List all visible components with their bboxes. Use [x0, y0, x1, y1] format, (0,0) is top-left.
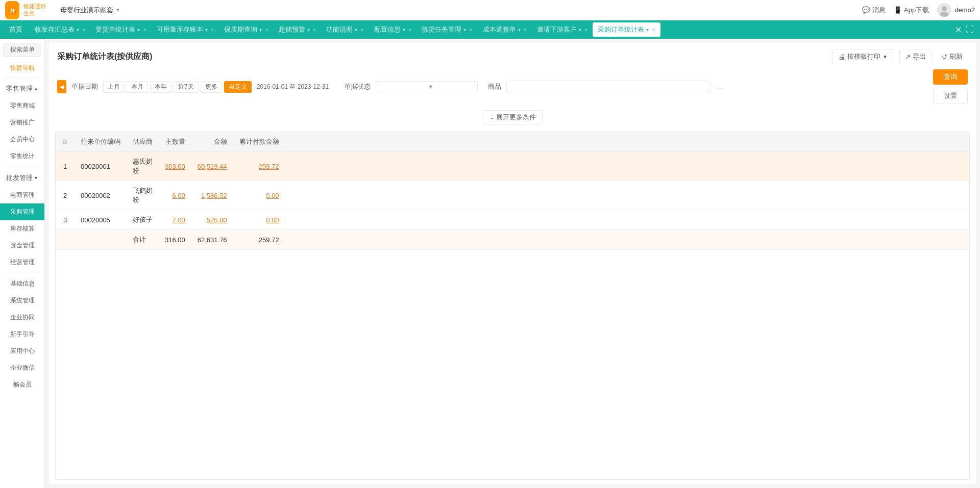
search-menu-btn[interactable]: 搜索菜单: [3, 43, 41, 57]
col-qty: 主数量: [159, 132, 191, 152]
sidebar-item-newbie[interactable]: 新手引导: [0, 326, 44, 343]
collapse-btn[interactable]: ◀: [57, 80, 66, 93]
row-code: 00020002: [75, 181, 127, 210]
sidebar-item-enterprise[interactable]: 企业协同: [0, 309, 44, 326]
page-inner: 采购订单统计表(按供应商) 🖨 按模板打印 ▼ ↗ 导出 ↺: [49, 43, 976, 484]
sidebar-item-app-center[interactable]: 应用中心: [0, 343, 44, 359]
nav-home[interactable]: 首页: [2, 25, 30, 34]
expand-row: ⌄ 展开更多条件: [57, 108, 968, 127]
date-btn-more[interactable]: 更多: [201, 81, 222, 93]
row-amount: 60,519.44: [191, 152, 233, 181]
action-btns: 查询 设置: [933, 69, 968, 104]
query-btn[interactable]: 查询: [933, 69, 968, 85]
tab-kuyong[interactable]: 可用量库存账本 ▾ ×: [152, 22, 219, 37]
date-btn-7days[interactable]: 近7天: [174, 81, 199, 93]
store-selector[interactable]: 母婴行业演示账套 ▼: [50, 6, 862, 15]
tab-chengben[interactable]: 成本调整单 ▾ ×: [478, 22, 532, 37]
tab-yaoqing[interactable]: 邀请下游客户 ▾ ×: [532, 22, 593, 37]
close-icon[interactable]: ×: [524, 27, 527, 33]
print-btn[interactable]: 🖨 按模板打印 ▼: [832, 49, 894, 64]
page-header: 采购订单统计表(按供应商) 🖨 按模板打印 ▼ ↗ 导出 ↺: [49, 43, 976, 127]
date-btn-this-month[interactable]: 本月: [127, 81, 148, 93]
tab-gongneng[interactable]: 功能说明 ▾ ×: [321, 22, 369, 37]
settings-btn[interactable]: 设置: [933, 88, 968, 104]
sidebar-item-retail-mgmt[interactable]: 零售管理 ▲: [0, 80, 44, 97]
maximize-icon[interactable]: ⛶: [966, 25, 974, 34]
sidebar-item-purchase[interactable]: 采购管理: [0, 203, 44, 220]
row-paid: 0.00: [233, 181, 285, 210]
col-paid: 累计付款金额: [233, 132, 285, 152]
sidebar-item-member2[interactable]: 畅会员: [0, 376, 44, 393]
close-icon[interactable]: ×: [265, 27, 268, 33]
goods-filter-label: 商品: [488, 82, 501, 91]
page-title: 采购订单统计表(按供应商): [57, 52, 153, 62]
chevron-icon: ▾: [307, 27, 310, 33]
gear-icon[interactable]: ⚙: [62, 138, 68, 146]
divider: [4, 167, 40, 167]
close-all-icon[interactable]: ✕: [955, 25, 962, 35]
app-download-btn[interactable]: 📱 App下载: [894, 6, 929, 15]
goods-input-container[interactable]: [506, 81, 710, 93]
close-icon[interactable]: ×: [584, 27, 587, 33]
col-extra: [285, 132, 969, 152]
tab-peizhi[interactable]: 配置信息 ▾ ×: [369, 22, 416, 37]
more-filters-icon[interactable]: …: [716, 82, 724, 91]
sidebar-item-wholesale[interactable]: 批发管理 ▼: [0, 169, 44, 187]
close-icon[interactable]: ×: [313, 27, 316, 33]
tab-caigou-active[interactable]: 采购订单统计表 ▾ ×: [593, 22, 660, 37]
export-btn[interactable]: ↗ 导出: [899, 49, 932, 64]
page-actions: 🖨 按模板打印 ▼ ↗ 导出 ↺ 刷新: [832, 49, 968, 64]
date-btn-last-month[interactable]: 上月: [103, 81, 125, 93]
chevron-icon: ▾: [259, 27, 262, 33]
sidebar-item-inventory[interactable]: 库存核算: [0, 220, 44, 237]
data-table: ⚙ 往来单位编码 供应商 主数量 金额 累计付款金额 1: [56, 132, 969, 250]
store-name: 母婴行业演示账套: [60, 6, 113, 15]
tab-baozhi[interactable]: 保质期查询 ▾ ×: [219, 22, 273, 37]
quick-nav-btn[interactable]: 快捷导航: [0, 61, 44, 75]
close-icon[interactable]: ×: [408, 27, 411, 33]
top-bar: 好 畅捷通好生意 母婴行业演示账套 ▼ 💬 消息 📱 App下载 demo2: [0, 0, 980, 20]
sidebar-item-system[interactable]: 系统管理: [0, 292, 44, 309]
row-supplier: 好孩子: [127, 210, 159, 230]
sidebar-item-operations[interactable]: 经营管理: [0, 254, 44, 271]
row-qty: 7.00: [159, 210, 191, 230]
nav-tabs: 首页 收发存汇总表 ▾ × 要货单统计表 ▾ × 可用量库存账本 ▾ × 保质期…: [0, 20, 980, 39]
tab-yaohuo[interactable]: 要货单统计表 ▾ ×: [90, 22, 151, 37]
message-btn[interactable]: 💬 消息: [862, 6, 886, 15]
col-settings: ⚙: [56, 132, 75, 152]
logo-icon: 好: [5, 1, 19, 19]
sidebar-item-finance[interactable]: 资金管理: [0, 237, 44, 254]
chevron-icon: ▾: [205, 27, 208, 33]
date-btn-custom[interactable]: 自定义: [224, 81, 252, 93]
tab-chaochun[interactable]: 超储预警 ▾ ×: [274, 22, 321, 37]
tab-shoufa[interactable]: 收发存汇总表 ▾ ×: [30, 22, 90, 37]
goods-input[interactable]: [512, 83, 705, 91]
user-area[interactable]: demo2: [937, 3, 975, 17]
sidebar-item-basic[interactable]: 基础信息: [0, 275, 44, 292]
close-icon[interactable]: ×: [652, 27, 655, 33]
refresh-btn[interactable]: ↺ 刷新: [937, 49, 968, 64]
printer-icon: 🖨: [839, 53, 845, 61]
close-icon[interactable]: ×: [82, 27, 85, 33]
close-icon[interactable]: ×: [143, 27, 146, 33]
close-icon[interactable]: ×: [360, 27, 363, 33]
row-supplier: 惠氏奶粉: [127, 152, 159, 181]
sidebar-item-ecommerce[interactable]: 电商管理: [0, 187, 44, 203]
close-icon[interactable]: ×: [211, 27, 214, 33]
date-btn-this-year[interactable]: 本年: [150, 81, 172, 93]
chevron-icon: ▾: [77, 27, 79, 33]
sidebar-item-marketing[interactable]: 营销推广: [0, 114, 44, 131]
sidebar-item-retail-stat[interactable]: 零售统计: [0, 148, 44, 165]
status-select[interactable]: ▼: [376, 81, 478, 92]
sidebar-item-corp-wechat[interactable]: 企业微信: [0, 359, 44, 376]
sidebar-item-member[interactable]: 会员中心: [0, 131, 44, 148]
expand-btn[interactable]: ⌄ 展开更多条件: [483, 110, 543, 124]
tab-jianhuo[interactable]: 拣货任务管理 ▾ ×: [416, 22, 477, 37]
svg-text:好: 好: [10, 8, 15, 13]
row-index: 2: [56, 181, 75, 210]
table-footer-row: 合计 316.00 62,631.76 259.72: [56, 230, 969, 250]
sidebar-item-retail-shop[interactable]: 零售商城: [0, 97, 44, 114]
status-filter-label: 单据状态: [344, 82, 371, 91]
chevron-icon: ▾: [518, 27, 521, 33]
close-icon[interactable]: ×: [469, 27, 472, 33]
